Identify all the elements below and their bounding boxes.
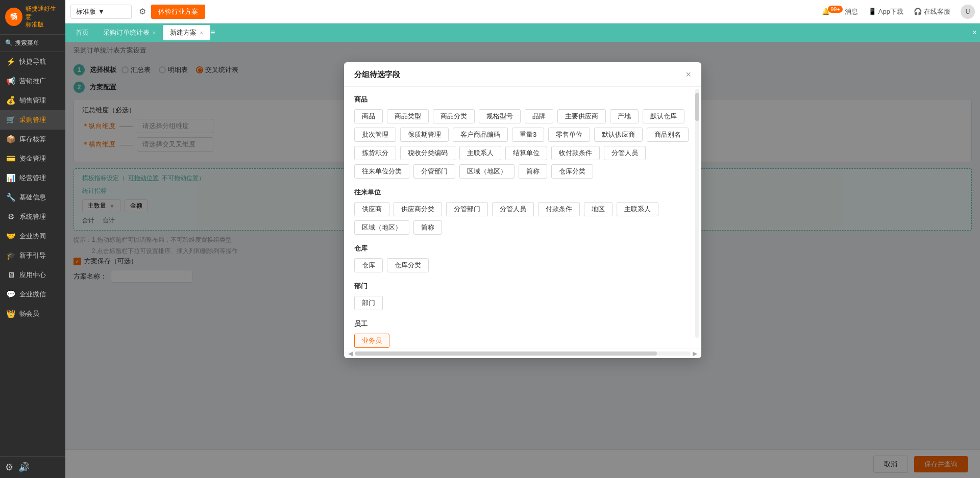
modal-title: 分组待选字段 <box>354 70 400 80</box>
sidebar-item-yingxiao[interactable]: 📢 营销推广 <box>0 71 65 91</box>
modal-scrollbar-track <box>695 89 699 338</box>
field-tag-baozhiqi[interactable]: 保质期管理 <box>400 128 449 142</box>
field-tag-morengys[interactable]: 默认供应商 <box>594 128 643 142</box>
app-download[interactable]: 📱 App下载 <box>868 7 903 16</box>
sidebar-item-kuaijie[interactable]: ⚡ 快捷导航 <box>0 52 65 71</box>
modal-overlay: 分组待选字段 × 商品 商品 商品类型 商品分类 规格型号 品牌 主要供应商 产… <box>65 42 980 478</box>
field-tag-jiancheng2[interactable]: 简称 <box>413 220 442 235</box>
field-tag-fenguan3[interactable]: 分管部门 <box>446 202 488 216</box>
modal-body[interactable]: 商品 商品 商品类型 商品分类 规格型号 品牌 主要供应商 产地 默认仓库 批次… <box>344 87 701 348</box>
warehouse-field-tags: 仓库 仓库分类 <box>354 258 691 272</box>
field-tag-diqu[interactable]: 地区 <box>584 202 612 216</box>
tab-new-plan[interactable]: 新建方案 × <box>163 25 210 40</box>
field-tag-quyu2[interactable]: 区域（地区） <box>354 220 409 235</box>
sidebar-item-qiye[interactable]: 🤝 企业协同 <box>0 227 65 246</box>
app-icon: 📱 <box>868 8 876 15</box>
sidebar-item-yingyong[interactable]: 🖥 应用中心 <box>0 265 65 285</box>
field-tag-fenguan4[interactable]: 分管人员 <box>492 202 534 216</box>
field-tag-morcang[interactable]: 默认仓库 <box>643 109 684 123</box>
field-tag-guige[interactable]: 规格型号 <box>479 109 521 123</box>
field-tag-fukuantj[interactable]: 收付款条件 <box>551 146 600 160</box>
tab-home[interactable]: 首页 <box>68 25 96 40</box>
field-tag-jiesuandw[interactable]: 结算单位 <box>505 146 547 160</box>
section-department: 部门 部门 <box>354 282 691 310</box>
field-tag-wanglaidw[interactable]: 往来单位分类 <box>354 164 409 179</box>
logo-text: 畅捷通好生意 标准版 <box>26 5 60 29</box>
hscroll-left-icon[interactable]: ◀ <box>348 350 353 357</box>
field-tag-gongying[interactable]: 主要供应商 <box>557 109 606 123</box>
field-tag-zhulianxi[interactable]: 主联系人 <box>459 146 501 160</box>
field-tag-cangkufl[interactable]: 仓库分类 <box>387 258 429 272</box>
tab-more-icon[interactable]: ≡ <box>210 28 215 37</box>
field-tag-quyu[interactable]: 区域（地区） <box>459 164 514 179</box>
modal-scrollbar-thumb[interactable] <box>695 93 699 121</box>
modal-close-button[interactable]: × <box>685 69 691 80</box>
section-warehouse: 仓库 仓库 仓库分类 <box>354 244 691 272</box>
headset-icon: 🎧 <box>914 8 922 15</box>
sidebar-item-xinshou[interactable]: 🎓 新手引导 <box>0 246 65 265</box>
sidebar-item-kucun[interactable]: 📦 库存核算 <box>0 130 65 149</box>
wrench-icon: 🔧 <box>6 193 15 202</box>
tab-close-purchase[interactable]: × <box>153 30 156 36</box>
field-tag-cangfenlei[interactable]: 仓库分类 <box>551 164 593 179</box>
field-tag-biemingsp[interactable]: 商品别名 <box>647 128 689 142</box>
section-title-product: 商品 <box>354 95 691 104</box>
section-title-dept: 部门 <box>354 282 691 291</box>
cart-icon: 🛒 <box>6 115 15 124</box>
field-tag-leibie[interactable]: 商品类型 <box>387 109 429 123</box>
hscroll-right-icon[interactable]: ▶ <box>693 350 697 357</box>
online-service[interactable]: 🎧 在线客服 <box>914 7 950 16</box>
sidebar-item-xiaoshou[interactable]: 💰 销售管理 <box>0 91 65 110</box>
sidebar-item-caigou[interactable]: 🛒 采购管理 <box>0 110 65 130</box>
avatar[interactable]: U <box>961 5 975 19</box>
field-tag-gongyingfl[interactable]: 供应商分类 <box>394 202 442 216</box>
field-select-modal: 分组待选字段 × 商品 商品 商品类型 商品分类 规格型号 品牌 主要供应商 产… <box>344 62 701 358</box>
search-menu[interactable]: 🔍 搜索菜单 <box>0 35 65 52</box>
sidebar-item-weixin[interactable]: 💬 企业微信 <box>0 285 65 304</box>
desktop-icon: 🖥 <box>6 270 15 279</box>
product-field-tags: 商品 商品类型 商品分类 规格型号 品牌 主要供应商 产地 默认仓库 批次管理 … <box>354 109 691 179</box>
notice-icon-area[interactable]: 🔔 99+ 消息 <box>822 7 858 16</box>
field-tag-zhulianxi2[interactable]: 主联系人 <box>617 202 658 216</box>
tab-purchase-stats[interactable]: 采购订单统计表 × <box>96 25 163 40</box>
field-tag-zhongliang[interactable]: 重量3 <box>512 128 544 142</box>
sidebar: 畅 畅捷通好生意 标准版 🔍 搜索菜单 ⚡ 快捷导航 📢 营销推广 💰 销售管理… <box>0 0 65 478</box>
version-dropdown[interactable]: 标准版 ▼ <box>70 5 132 19</box>
tab-close-new-plan[interactable]: × <box>200 30 203 36</box>
sidebar-item-xitong[interactable]: ⚙ 系统管理 <box>0 207 65 227</box>
crown-icon: 👑 <box>6 309 15 318</box>
field-tag-yewuyuan[interactable]: 业务员 <box>354 334 389 348</box>
field-tag-lingshoudw[interactable]: 零售单位 <box>548 128 590 142</box>
settings-bottom-icon[interactable]: ⚙ <box>5 462 13 473</box>
field-tag-cangku[interactable]: 仓库 <box>354 258 383 272</box>
field-tag-fenguan[interactable]: 分管人员 <box>604 146 646 160</box>
field-tag-chandi[interactable]: 产地 <box>610 109 639 123</box>
section-title-partner: 往来单位 <box>354 188 691 197</box>
sidebar-item-jingying[interactable]: 📊 经营管理 <box>0 168 65 188</box>
field-tag-pici[interactable]: 批次管理 <box>354 128 396 142</box>
card-icon: 💳 <box>6 154 15 163</box>
field-tag-shangpin[interactable]: 商品 <box>354 109 383 123</box>
field-tag-gongyings[interactable]: 供应商 <box>354 202 389 216</box>
settings-icon[interactable]: ⚙ <box>139 7 146 16</box>
sidebar-bottom: ⚙ 🔊 <box>0 456 65 478</box>
experience-plan-button[interactable]: 体验行业方案 <box>151 5 205 19</box>
sidebar-item-jichu[interactable]: 🔧 基础信息 <box>0 188 65 207</box>
field-tag-shuishoubm[interactable]: 税收分类编码 <box>400 146 455 160</box>
tabbar-close-icon[interactable]: × <box>972 28 977 37</box>
logo-icon: 畅 <box>5 8 22 26</box>
field-tag-tuihuojf[interactable]: 拣货积分 <box>354 146 396 160</box>
field-tag-fenlei[interactable]: 商品分类 <box>433 109 475 123</box>
audio-bottom-icon[interactable]: 🔊 <box>18 462 30 473</box>
sidebar-item-huiyuan[interactable]: 👑 畅会员 <box>0 304 65 323</box>
modal-header: 分组待选字段 × <box>344 62 701 87</box>
field-tag-fenguan2[interactable]: 分管部门 <box>413 164 455 179</box>
field-tag-jiancheng[interactable]: 简称 <box>519 164 547 179</box>
field-tag-pinpai[interactable]: 品牌 <box>525 109 553 123</box>
field-tag-bumen[interactable]: 部门 <box>354 296 383 310</box>
sidebar-item-zijin[interactable]: 💳 资金管理 <box>0 149 65 168</box>
hscroll-thumb[interactable] <box>355 351 657 356</box>
section-partner: 往来单位 供应商 供应商分类 分管部门 分管人员 付款条件 地区 主联系人 区域… <box>354 188 691 235</box>
field-tag-kehu[interactable]: 客户商品编码 <box>453 128 508 142</box>
field-tag-fukuantj2[interactable]: 付款条件 <box>538 202 580 216</box>
